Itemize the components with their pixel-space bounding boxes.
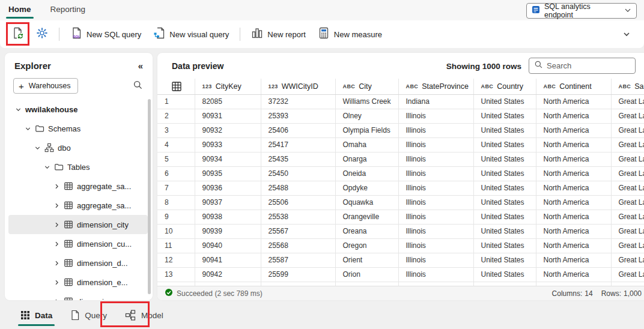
data-cell[interactable]: 37232	[261, 94, 335, 109]
data-cell[interactable]: United States	[473, 181, 536, 195]
collapse-pane-icon[interactable]: «	[138, 61, 143, 71]
data-cell[interactable]: 90931	[195, 109, 261, 123]
row-number-cell[interactable]: 12	[157, 253, 195, 267]
data-cell[interactable]: Orion	[335, 267, 398, 282]
select-all-corner[interactable]	[157, 79, 195, 94]
data-cell[interactable]: North America	[536, 195, 611, 210]
column-header-country[interactable]: ABCCountry	[473, 79, 536, 94]
explorer-scrollbar[interactable]	[148, 99, 151, 294]
data-cell[interactable]: North America	[536, 267, 611, 282]
data-cell[interactable]: Illinois	[398, 109, 473, 123]
data-cell[interactable]: Illinois	[398, 238, 473, 253]
tree-item-dimension-cu[interactable]: dimension_cu...	[5, 234, 148, 253]
data-cell[interactable]: 25417	[261, 137, 335, 152]
data-cell[interactable]: 25599	[261, 267, 335, 282]
data-cell[interactable]: Oreana	[335, 224, 398, 238]
add-warehouses-button[interactable]: + Warehouses	[13, 78, 78, 94]
data-cell[interactable]: Great La	[611, 94, 644, 109]
row-number-cell[interactable]: 7	[157, 181, 195, 195]
chevron-right-icon[interactable]	[53, 202, 60, 209]
data-cell[interactable]: Great La	[611, 137, 644, 152]
refresh-button[interactable]	[6, 23, 29, 46]
data-cell[interactable]: Illinois	[398, 267, 473, 282]
data-cell[interactable]: Olympia Fields	[335, 123, 398, 137]
column-header-wwicityid[interactable]: 123WWICityID	[261, 79, 335, 94]
data-cell[interactable]: North America	[536, 224, 611, 238]
chevron-down-icon[interactable]	[14, 106, 22, 113]
data-cell[interactable]: 90933	[195, 137, 261, 152]
data-cell[interactable]: North America	[536, 166, 611, 181]
column-header-citykey[interactable]: 123CityKey	[195, 79, 261, 94]
data-cell[interactable]: Great La	[611, 224, 644, 238]
column-header-continent[interactable]: ABCContinent	[536, 79, 611, 94]
data-cell[interactable]: Illinois	[398, 195, 473, 210]
data-cell[interactable]: Opdyke	[335, 181, 398, 195]
data-cell[interactable]: Illinois	[398, 210, 473, 224]
data-cell[interactable]: Orient	[335, 253, 398, 267]
row-number-cell[interactable]: 6	[157, 166, 195, 181]
data-cell[interactable]: 90941	[195, 253, 261, 267]
data-cell[interactable]: North America	[536, 94, 611, 109]
row-number-cell[interactable]: 11	[157, 238, 195, 253]
data-cell[interactable]: United States	[473, 267, 536, 282]
data-cell[interactable]: Great La	[611, 166, 644, 181]
data-cell[interactable]: Orangeville	[335, 210, 398, 224]
data-cell[interactable]: North America	[536, 210, 611, 224]
data-cell[interactable]: North America	[536, 238, 611, 253]
data-cell[interactable]: North America	[536, 181, 611, 195]
data-cell[interactable]: United States	[473, 137, 536, 152]
data-cell[interactable]: Onarga	[335, 152, 398, 166]
row-number-cell[interactable]: 4	[157, 137, 195, 152]
data-cell[interactable]: 82085	[195, 94, 261, 109]
data-cell[interactable]: 90936	[195, 181, 261, 195]
data-cell[interactable]: Omaha	[335, 137, 398, 152]
data-cell[interactable]: Illinois	[398, 181, 473, 195]
new-report-button[interactable]: New report	[246, 23, 311, 45]
tree-item-aggregate-sa[interactable]: aggregate_sa...	[5, 196, 148, 215]
tab-reporting[interactable]: Reporting	[49, 4, 87, 17]
chevron-right-icon[interactable]	[53, 183, 60, 190]
chevron-down-icon[interactable]	[24, 125, 31, 132]
data-cell[interactable]: 90932	[195, 123, 261, 137]
data-cell[interactable]: 90937	[195, 195, 261, 210]
chevron-right-icon[interactable]	[53, 221, 60, 228]
data-cell[interactable]: United States	[473, 94, 536, 109]
bottom-tab-model[interactable]: Model	[121, 304, 167, 327]
data-cell[interactable]: United States	[473, 195, 536, 210]
data-cell[interactable]: United States	[473, 152, 536, 166]
chevron-right-icon[interactable]	[53, 279, 60, 286]
chevron-right-icon[interactable]	[53, 298, 60, 300]
data-cell[interactable]: United States	[473, 109, 536, 123]
settings-button[interactable]	[31, 23, 53, 45]
data-cell[interactable]: Illinois	[398, 224, 473, 238]
ribbon-collapse-button[interactable]	[622, 30, 631, 41]
row-number-cell[interactable]: 8	[157, 195, 195, 210]
row-number-cell[interactable]: 5	[157, 152, 195, 166]
search-box[interactable]	[529, 58, 636, 74]
chevron-down-icon[interactable]	[43, 163, 50, 171]
data-cell[interactable]: Illinois	[398, 253, 473, 267]
data-cell[interactable]: Illinois	[398, 152, 473, 166]
bottom-tab-data[interactable]: Data	[17, 304, 56, 327]
tree-item-schemas[interactable]: Schemas	[5, 119, 148, 138]
data-cell[interactable]: Indiana	[398, 94, 473, 109]
data-cell[interactable]: North America	[536, 109, 611, 123]
explorer-search-icon[interactable]	[133, 80, 143, 92]
data-cell[interactable]: Oregon	[335, 238, 398, 253]
data-cell[interactable]: Great La	[611, 253, 644, 267]
tree-item-dbo[interactable]: dbo	[5, 138, 148, 157]
row-number-cell[interactable]: 2	[157, 109, 195, 123]
data-cell[interactable]: North America	[536, 253, 611, 267]
bottom-tab-query[interactable]: Query	[67, 304, 111, 327]
data-cell[interactable]: 25567	[261, 224, 335, 238]
column-header-sale[interactable]: ABCSale	[611, 79, 644, 94]
data-cell[interactable]: 25406	[261, 123, 335, 137]
tree-item-aggregate-sa[interactable]: aggregate_sa...	[5, 177, 148, 196]
data-cell[interactable]: 90942	[195, 267, 261, 282]
data-cell[interactable]: Great La	[611, 181, 644, 195]
data-cell[interactable]: United States	[473, 210, 536, 224]
data-cell[interactable]: United States	[473, 123, 536, 137]
data-cell[interactable]: 90939	[195, 224, 261, 238]
tree-item-dimension[interactable]: dimension_...	[5, 292, 148, 300]
data-cell[interactable]: Olney	[335, 109, 398, 123]
